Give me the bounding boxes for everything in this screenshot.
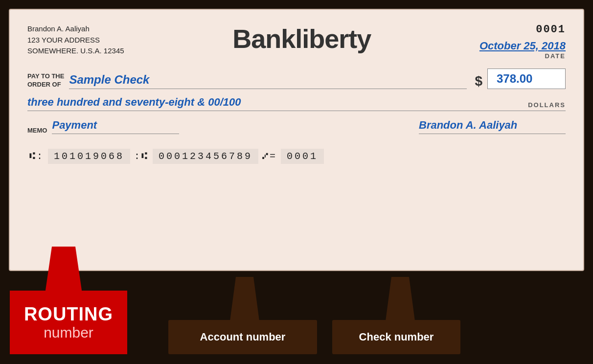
micr-routing: 101019068 <box>48 149 130 164</box>
check-date: October 25, 2018 <box>479 40 566 52</box>
amount-value: 378.00 <box>497 72 532 85</box>
micr-sep-mid: :⑆ <box>132 151 151 162</box>
date-label: DATE <box>545 52 566 60</box>
account-holder-address1: 123 YOUR ADDRESS <box>27 35 124 46</box>
dollar-sign: $ <box>475 73 482 89</box>
routing-top-text: ROUTING <box>24 304 113 325</box>
account-number-label: Account number <box>168 320 317 354</box>
micr-check: 0001 <box>281 149 324 164</box>
memo-value: Payment <box>52 119 97 131</box>
routing-bottom-text: number <box>44 324 93 341</box>
micr-account: 000123456789 <box>153 149 258 164</box>
payee-name: Sample Check <box>69 73 149 86</box>
account-holder-address2: SOMEWHERE. U.S.A. 12345 <box>27 46 124 57</box>
memo-label: MEMO <box>27 127 47 134</box>
account-holder-info: Brandon A. Aaliyah 123 YOUR ADDRESS SOME… <box>27 23 124 57</box>
amount-words: three hundred and seventy-eight & 00/100 <box>27 96 241 109</box>
bank-name: Bankliberty <box>134 23 470 54</box>
micr-sep-right: ⑇= <box>260 151 279 162</box>
dollars-label: DOLLARS <box>528 101 566 109</box>
routing-label: ROUTING number <box>10 291 127 354</box>
pay-to-label: PAY TO THEORDER OF <box>27 72 64 89</box>
micr-line: ⑆: 101019068 :⑆ 000123456789 ⑇= 0001 <box>27 149 566 164</box>
micr-sep-left: ⑆: <box>27 151 46 162</box>
check-number-label: Check number <box>332 320 460 354</box>
check-document: Brandon A. Aaliyah 123 YOUR ADDRESS SOME… <box>9 9 584 271</box>
check-number-text: Check number <box>359 331 434 343</box>
check-number-top: 0001 <box>536 23 566 36</box>
amount-box: 378.00 <box>487 68 566 89</box>
signature-value: Brandon A. Aaliyah <box>419 119 517 131</box>
account-number-text: Account number <box>200 331 286 343</box>
bottom-labels-area: ROUTING number Account number Check numb… <box>0 271 593 364</box>
account-holder-name: Brandon A. Aaliyah <box>27 23 124 35</box>
